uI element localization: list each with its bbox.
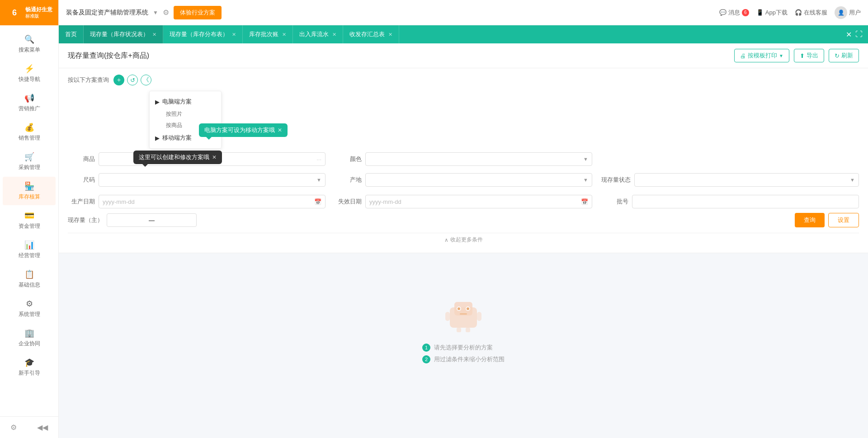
tab-in-out-flow[interactable]: 出入库流水 ✕ [293,25,343,43]
svg-text:6: 6 [12,8,16,17]
filter-origin-select[interactable]: ▼ [365,173,592,187]
message-icon: 💬 [719,9,726,16]
filter-fields-row4: 现存量（主） — 查询 设置 [68,213,859,227]
tab-recv-summary-close[interactable]: ✕ [388,32,392,38]
filter-settings-btn[interactable]: 设置 [828,213,859,227]
prod-date-calendar-icon[interactable]: 📅 [314,198,321,205]
headset-icon: 🎧 [795,9,802,16]
app-download-btn[interactable]: 📱 App下载 [756,9,788,17]
filter-batch-input[interactable] [632,195,859,208]
tab-maximize-icon[interactable]: ⛶ [855,30,863,38]
filter-prod-date-input[interactable]: yyyy-mm-dd 📅 [99,195,326,208]
scheme-tree-arrow-pc: ▶ [155,99,160,105]
tooltip-create-text: 这里可以创建和修改方案哦 [139,153,209,161]
app-logo-sub: 标准版 [25,13,52,19]
scheme-tree: ▶ 电脑端方案 按照片 按商品 ▶ 移动端方案 [149,91,222,149]
sidebar-item-enterprise[interactable]: 🏢 企业协同 [3,324,56,352]
filter-batch-label: 批号 [601,198,628,206]
exp-date-placeholder: yyyy-mm-dd [369,198,401,205]
empty-state: 1 请先选择要分析的方案 2 用过滤条件来缩小分析范围 [59,253,868,403]
filter-field-prod-date: 生产日期 yyyy-mm-dd 📅 [68,195,326,208]
tooltip-create-close[interactable]: ✕ [212,154,217,160]
filter-exp-date-input[interactable]: yyyy-mm-dd 📅 [365,195,592,208]
user-label: 用户 [849,9,861,17]
message-btn[interactable]: 💬 消息 6 [719,9,749,17]
filter-stock-status-select[interactable]: ▼ [634,173,859,187]
topbar-gear-icon[interactable]: ⚙ [163,8,169,17]
template-print-btn[interactable]: 🖨 按模板打印 ▼ [734,49,789,62]
filter-stock-qty-range[interactable]: — [107,213,197,227]
sidebar-item-operations[interactable]: 📊 经营管理 [3,235,56,264]
filter-stock-qty-max[interactable] [156,217,193,224]
scheme-tree-mobile-label: 移动端方案 [162,134,192,142]
filter-actions: ＋ ↺ 《 [113,75,151,85]
sidebar-item-sales[interactable]: 💰 销售管理 [3,118,56,146]
search-btn[interactable]: 查询 [795,213,825,227]
filter-field-stock-qty: 现存量（主） — [68,213,197,227]
tab-home[interactable]: 首页 [59,25,84,43]
sidebar-logo: 6 畅通好生意 标准版 [0,0,58,25]
filter-size-select[interactable]: ▼ [99,173,326,187]
sidebar-collapse-btn[interactable]: ◀◀ [33,421,52,433]
tab-in-out-flow-close[interactable]: ✕ [332,32,336,38]
sidebar-item-quicknav-label: 快捷导航 [19,75,40,83]
system-dropdown-btn[interactable]: ▼ [153,9,158,16]
tab-stock-status[interactable]: 现存量（库存状况表） ✕ [84,25,163,43]
svg-rect-8 [460,313,467,315]
user-menu-btn[interactable]: 👤 用户 [835,6,861,19]
tab-stock-status-close[interactable]: ✕ [152,32,156,38]
tab-close-all-icon[interactable]: ✕ [846,30,852,39]
tooltip-scheme-close[interactable]: ✕ [278,127,282,133]
filter-stock-qty-label: 现存量（主） [68,216,103,224]
topbar-left: 装备及固定资产辅助管理系统 ▼ ⚙ 体验行业方案 [66,6,222,19]
tab-stock-dist[interactable]: 现存量（库存分布表） ✕ [163,25,243,43]
tab-window-controls: ✕ ⛶ [840,25,868,43]
sidebar-item-guide[interactable]: 🎓 新手引导 [3,353,56,381]
sidebar-item-marketing[interactable]: 📢 营销推广 [3,89,56,117]
filter-fields-row3: 生产日期 yyyy-mm-dd 📅 失效日期 yyyy-mm-dd 📅 批号 [68,195,859,208]
sidebar-item-finance[interactable]: 💳 资金管理 [3,206,56,235]
sidebar-item-basic[interactable]: 📋 基础信息 [3,265,56,293]
svg-point-7 [467,307,469,310]
tab-recv-summary[interactable]: 收发存汇总表 ✕ [343,25,399,43]
filter-color-select[interactable]: ▼ [365,152,592,166]
sidebar-item-search[interactable]: 🔍 搜索菜单 [3,30,56,58]
sidebar-item-quicknav[interactable]: ⚡ 快捷导航 [3,59,56,88]
scheme-sub-0[interactable]: 按照片 [160,108,221,120]
collapse-bar[interactable]: ∧ 收起更多条件 [68,233,859,246]
step-1-num: 1 [422,344,430,352]
sidebar-item-stock[interactable]: 🏪 库存核算 [3,177,56,205]
sidebar-item-finance-label: 资金管理 [19,222,40,230]
sidebar: 6 畅通好生意 标准版 🔍 搜索菜单 ⚡ 快捷导航 📢 营销推广 💰 销售管理 … [0,0,59,438]
sidebar-item-system[interactable]: ⚙ 系统管理 [3,294,56,323]
export-btn[interactable]: ⬆ 导出 [794,49,824,62]
svg-rect-11 [457,328,461,332]
refresh-btn[interactable]: ↻ 刷新 [829,49,859,62]
quicknav-icon: ⚡ [24,64,34,74]
tab-stock-batch-close[interactable]: ✕ [282,32,286,38]
filter-fields-row2: 尺码 ▼ 产地 ▼ 现存量状态 ▼ [68,173,859,190]
sidebar-settings-btn[interactable]: ⚙ [7,421,20,433]
add-scheme-btn[interactable]: ＋ [113,75,124,85]
back-scheme-btn[interactable]: 《 [141,75,151,85]
filter-goods-dots[interactable]: ··· [316,156,321,163]
stock-status-select-arrow: ▼ [850,177,855,183]
template-print-dropdown[interactable]: ▼ [779,53,783,58]
industry-btn[interactable]: 体验行业方案 [174,6,222,19]
export-label: 导出 [807,52,818,60]
finance-icon: 💳 [24,211,34,221]
topbar-right: 💬 消息 6 📱 App下载 🎧 在线客服 👤 用户 [719,6,861,19]
sidebar-nav: 🔍 搜索菜单 ⚡ 快捷导航 📢 营销推广 💰 销售管理 🛒 采购管理 🏪 库存核… [0,25,58,416]
online-support-btn[interactable]: 🎧 在线客服 [795,9,827,17]
scheme-tree-pc[interactable]: ▶ 电脑端方案 [150,95,221,108]
tab-stock-batch[interactable]: 库存批次账 ✕ [243,25,293,43]
filter-stock-status-label: 现存量状态 [601,176,631,184]
enterprise-icon: 🏢 [24,328,34,338]
tab-stock-dist-close[interactable]: ✕ [232,32,236,38]
filter-stock-qty-min[interactable] [111,217,147,224]
sidebar-bottom: ⚙ ◀◀ [0,416,58,438]
filter-field-stock-status: 现存量状态 ▼ [601,173,859,187]
exp-date-calendar-icon[interactable]: 📅 [581,198,588,205]
sidebar-item-purchase[interactable]: 🛒 采购管理 [3,147,56,176]
reset-scheme-btn[interactable]: ↺ [127,75,138,85]
